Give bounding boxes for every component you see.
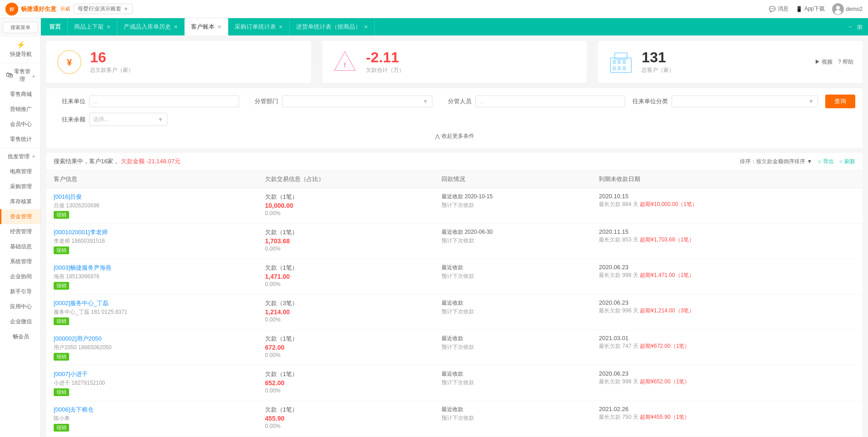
debt-amount-6[interactable]: 455.90 (265, 415, 427, 422)
tab-close-purchase-order[interactable]: ✕ (279, 24, 283, 30)
main-layout: 搜索菜单 ⚡ 快捷导航 🛍 零售管理 ▲ 零售商城 营销推广 会员中心 零售统计… (0, 18, 868, 437)
app-download-btn[interactable]: 📱 App下载 (796, 5, 825, 13)
tab-customer-account[interactable]: 客户账本 ✕ (185, 18, 228, 35)
customer-name-1[interactable]: [0001020001]李老师 (54, 228, 251, 236)
sidebar-item-inventory[interactable]: 库存核算 (0, 194, 40, 209)
tab-home[interactable]: 首页 (43, 18, 68, 35)
sidebar-item-new-guide[interactable]: 新手引导 (0, 284, 40, 299)
tab-purchase-stats[interactable]: 进货单统计表（按商品） ✕ (290, 18, 375, 35)
debt-count-5: 欠款（1笔） (265, 370, 427, 378)
overdue-detail-6: 最长欠款 750 天 超期¥455.90（1笔） (599, 413, 855, 421)
tab-close-product-shelf[interactable]: ✕ (106, 24, 110, 30)
debt-amount-2[interactable]: 1,471.00 (265, 273, 427, 280)
sidebar-item-system-mgmt[interactable]: 系统管理 (0, 254, 40, 269)
video-label[interactable]: ▶ 视频 (815, 58, 833, 66)
manager-input[interactable]: ... (475, 95, 625, 107)
customer-info-5: [0007]小进干 小进干 18279152100 现销 (54, 370, 251, 396)
tab-close-customer-account[interactable]: ✕ (217, 24, 221, 30)
debt-info-6: 欠款（1笔） 455.90 0.00% (265, 406, 427, 429)
tab-maximize-btn[interactable]: ⊞ (857, 23, 863, 30)
return-info-0: 最近收款 2020-10-15 预计下次收款 (442, 193, 585, 209)
debt-amount-3[interactable]: 1,214.00 (265, 308, 427, 316)
export-btn[interactable]: ○ 导出 (818, 158, 834, 166)
customer-name-4[interactable]: [000002]用户2050 (54, 335, 251, 343)
source-unit-input[interactable]: ... (89, 95, 239, 107)
customer-info-1: [0001020001]李老师 李老师 18600391516 现销 (54, 228, 251, 254)
tab-product-history[interactable]: 产成品入库单历史 ✕ (117, 18, 185, 35)
table-row: [0001020001]李老师 李老师 18600391516 现销 欠款（1笔… (46, 224, 863, 259)
customer-badge-6: 现销 (54, 424, 69, 432)
svg-rect-12 (622, 60, 626, 64)
tab-bar: 首页 商品上下架 ✕ 产成品入库单历史 ✕ 客户账本 ✕ 采购订单统计表 ✕ 进… (41, 18, 868, 35)
stat-label-overdue: 总欠款客户（家） (90, 66, 134, 74)
tab-close-product-history[interactable]: ✕ (174, 24, 178, 30)
debt-percent-5: 0.00% (265, 387, 427, 394)
sidebar-item-member-center[interactable]: 会员中心 (0, 117, 40, 132)
tab-close-purchase-stats[interactable]: ✕ (364, 24, 368, 30)
debt-amount-1[interactable]: 1,703.68 (265, 237, 427, 245)
debt-info-2: 欠款（1笔） 1,471.00 0.00% (265, 264, 427, 287)
svg-text:¥: ¥ (66, 57, 72, 67)
overdue-amount-1[interactable]: 超期¥1,703.68（1笔） (640, 236, 694, 243)
debt-percent-0: 0.00% (265, 210, 427, 216)
dept-select[interactable]: ▼ (282, 95, 432, 107)
sidebar-item-batch-mgmt[interactable]: 批发管理 ▼ (0, 149, 40, 164)
customer-badge-1: 现销 (54, 246, 69, 254)
unit-category-select[interactable]: ▼ (672, 95, 818, 107)
overdue-amount-2[interactable]: 超期¥1,471.00（1笔） (640, 272, 694, 278)
return-date-1: 最近收款 2020-06-30 (442, 228, 585, 236)
tab-product-shelf[interactable]: 商品上下架 ✕ (68, 18, 117, 35)
customer-name-3[interactable]: [0002]服务中心_丁磊 (54, 299, 251, 307)
tab-minimize-btn[interactable]: － (847, 23, 853, 31)
col-debt: 欠款交易信息（占比） (258, 171, 434, 188)
sidebar-item-basic-info[interactable]: 基础信息 (0, 239, 40, 254)
customer-name-5[interactable]: [0007]小进干 (54, 370, 251, 378)
customer-name-0[interactable]: [0016]吕俊 (54, 193, 251, 201)
overdue-amount-6[interactable]: 超期¥455.90（1笔） (640, 414, 690, 420)
debt-amount-4[interactable]: 672.00 (265, 344, 427, 351)
sidebar-item-retail-mgmt[interactable]: 🛍 零售管理 ▲ (0, 64, 40, 87)
customer-name-6[interactable]: [0006]去下粮仓 (54, 406, 251, 414)
balance-select[interactable]: 选择... ▼ (89, 113, 167, 126)
help-icon: ? (838, 59, 841, 65)
debt-count-4: 欠款（1笔） (265, 335, 427, 343)
collapse-btn[interactable]: ⋀ 收起更多条件 (54, 131, 855, 142)
user-avatar[interactable]: demo2 (832, 3, 863, 15)
sidebar-item-retail-mall[interactable]: 零售商城 (0, 87, 40, 102)
sidebar: 搜索菜单 ⚡ 快捷导航 🛍 零售管理 ▲ 零售商城 营销推广 会员中心 零售统计… (0, 18, 41, 437)
overdue-amount-0[interactable]: 超期¥10,000.00（1笔） (640, 201, 697, 207)
sidebar-item-ecommerce[interactable]: 电商管理 (0, 164, 40, 179)
company-selector[interactable]: 母婴行业演示账套 ▼ (74, 4, 133, 14)
sidebar-item-quick-nav[interactable]: ⚡ 快捷导航 (0, 37, 40, 62)
search-menu-btn[interactable]: 搜索菜单 (3, 22, 38, 33)
sidebar-search: 搜索菜单 (0, 18, 40, 37)
overdue-amount-3[interactable]: 超期¥1,214.00（3笔） (640, 307, 694, 314)
retail-mgmt-icon: 🛍 (6, 71, 13, 79)
play-icon: ▶ (815, 59, 820, 65)
table-header: 搜索结果中，客户16家， 欠款金额 -21,148.07元 排序：按欠款金额倒序… (46, 153, 863, 171)
sidebar-item-enterprise-wechat[interactable]: 企业微信 (0, 314, 40, 329)
refresh-btn[interactable]: ○ 刷新 (839, 158, 855, 166)
filter-area: 往来单位 ... 分管部门 ▼ 分管人员 (46, 88, 863, 148)
debt-percent-1: 0.00% (265, 246, 427, 252)
customer-name-2[interactable]: [0003]畅捷服务尹海燕 (54, 264, 251, 272)
debt-amount-0[interactable]: 10,000.00 (265, 202, 427, 209)
sidebar-item-marketing[interactable]: 营销推广 (0, 102, 40, 117)
search-button[interactable]: 查询 (825, 95, 855, 108)
sidebar-item-vip-member[interactable]: 畅会员 (0, 329, 40, 344)
sort-select[interactable]: 排序：按欠款金额倒序排序 ▼ (740, 158, 813, 166)
debt-amount-5[interactable]: 652.00 (265, 379, 427, 387)
customer-info-6: [0006]去下粮仓 陈小希 现销 (54, 406, 251, 432)
sidebar-item-business-mgmt[interactable]: 经营管理 (0, 224, 40, 239)
sidebar-item-retail-stats[interactable]: 零售统计 (0, 132, 40, 147)
help-label[interactable]: ? 帮助 (838, 58, 853, 66)
sidebar-item-finance[interactable]: 资金管理 (0, 209, 40, 224)
overdue-amount-4[interactable]: 超期¥672.00（1笔） (640, 343, 690, 349)
sidebar-item-enterprise-coop[interactable]: 企业协同 (0, 269, 40, 284)
overdue-amount-5[interactable]: 超期¥652.00（1笔） (640, 378, 690, 385)
sidebar-item-purchase-mgmt[interactable]: 采购管理 (0, 179, 40, 194)
message-btn[interactable]: 💬 消息 (769, 5, 788, 13)
tab-purchase-order[interactable]: 采购订单统计表 ✕ (228, 18, 290, 35)
sidebar-item-app-center[interactable]: 应用中心 (0, 299, 40, 314)
filter-source-unit: 往来单位 ... (54, 95, 239, 107)
